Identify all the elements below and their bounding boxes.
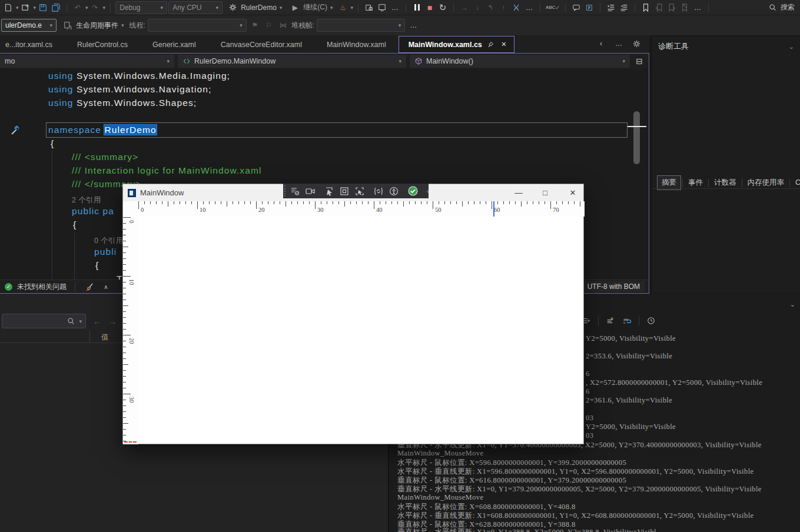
output-line[interactable]: 03 [586, 414, 593, 423]
tab-events[interactable]: 事件 [684, 176, 707, 189]
tab-canvasecoreeditor-xaml[interactable]: CanvaseCoreEditor.xaml [208, 36, 314, 53]
step-back-icon[interactable]: ↰ [484, 2, 496, 14]
bookmark-icon[interactable] [640, 2, 652, 14]
timestamp-clock-icon[interactable] [645, 315, 657, 327]
add-item-dropdown[interactable]: ▾ [34, 5, 36, 11]
add-item-icon[interactable] [20, 2, 32, 14]
quick-actions-screwdriver-icon[interactable] [9, 125, 21, 137]
diagnostic-tools-header[interactable]: 诊断工具 ⌄ [652, 36, 800, 56]
bookmarks-overflow-icon[interactable]: … [692, 2, 703, 14]
live-preview-icon[interactable] [376, 2, 388, 14]
code-line[interactable]: /// <summary> [72, 151, 138, 164]
tab-scroll-left-icon[interactable]: ‹ [595, 38, 607, 49]
status-expand-chevron-icon[interactable]: ∧ [100, 281, 112, 292]
dna-icon[interactable] [510, 2, 522, 14]
redo-icon[interactable]: ↷ [89, 2, 101, 14]
browse-search-icon[interactable] [363, 2, 375, 14]
spellcheck-icon[interactable]: ABC✓ [545, 2, 560, 14]
redo-dropdown[interactable]: ▾ [103, 5, 106, 11]
restart-icon[interactable]: ↻ [437, 2, 449, 14]
code-line[interactable]: public pa [72, 205, 114, 218]
output-collapse-chevron-icon[interactable]: ⌄ [790, 301, 795, 308]
step-over-icon[interactable]: ↓ [472, 2, 483, 14]
split-window-icon[interactable]: ⊟ [633, 55, 645, 67]
value-column-header[interactable]: 值 [101, 332, 109, 343]
type-dropdown[interactable]: RulerDemo.MainWindow▾ [178, 55, 406, 68]
output-line[interactable]: , X2=572.8000000000001, Y2=5000, Visibil… [586, 378, 762, 387]
tab-mainwindow-xaml-cs[interactable]: MainWindow.xaml.cs ✕ [399, 36, 514, 53]
code-cleanup-broom-icon[interactable] [84, 281, 95, 292]
flag-outline-icon[interactable]: ⚐ [263, 19, 275, 31]
code-line[interactable]: { [51, 137, 54, 150]
continue-button[interactable]: ▶ 继续(C)▾ [286, 1, 336, 14]
tab-memory-usage[interactable]: 内存使用率 [743, 176, 789, 189]
output-line[interactable]: MainWindow_MouseMove [397, 493, 483, 502]
word-wrap-icon[interactable]: abc [621, 315, 633, 327]
filter-threads-icon[interactable]: ⋈ [277, 19, 289, 31]
save-all-icon[interactable] [50, 2, 62, 14]
tab-rulercontrol-cs[interactable]: RulerControl.cs [65, 36, 140, 53]
clear-bookmarks-icon[interactable] [679, 2, 691, 14]
overlay-collapse-chevron-icon[interactable]: ‹ [421, 185, 435, 197]
debugbar-overflow-icon[interactable]: … [407, 19, 419, 31]
debug-overflow-icon[interactable]: … [523, 2, 535, 14]
editor-scrollbar-thumb[interactable] [633, 111, 640, 164]
toolbar-overflow-icon[interactable]: … [389, 2, 401, 14]
output-line[interactable]: MainWindow_MouseMove [397, 449, 483, 458]
decrease-indent-icon[interactable] [605, 2, 617, 14]
hot-reload-icon[interactable]: ♨ [337, 2, 349, 14]
hot-reload-dropdown[interactable]: ▾ [351, 5, 354, 11]
tab-generic-xaml[interactable]: Generic.xaml [140, 36, 208, 53]
undo-dropdown[interactable]: ▾ [85, 5, 88, 11]
flag-icon[interactable]: ⚑ [249, 19, 261, 31]
code-line[interactable]: using System.Windows.Navigation; [48, 83, 211, 96]
undo-icon[interactable]: ↶ [72, 2, 84, 14]
new-file-dropdown[interactable]: ▾ [16, 5, 19, 11]
issues-status-text[interactable]: 未找到相关问题 [17, 282, 67, 292]
encoding-indicator[interactable]: UTF-8 with BOM [582, 281, 645, 292]
code-line[interactable]: using System.Windows.Shapes; [48, 97, 197, 109]
minimize-button[interactable]: — [509, 184, 529, 201]
code-line[interactable]: using System.Windows.Media.Imaging; [48, 69, 230, 82]
step-into-icon[interactable]: → [459, 2, 470, 14]
search-options-chevron-icon[interactable]: ▾ [79, 318, 82, 324]
startup-project-button[interactable]: RulerDemo▾ [224, 1, 285, 14]
pin-icon[interactable] [487, 41, 495, 49]
stop-icon[interactable]: ■ [424, 2, 436, 14]
clear-all-icon[interactable] [605, 315, 616, 327]
accessibility-checker-icon[interactable] [387, 185, 401, 197]
prev-bookmark-icon[interactable] [653, 2, 665, 14]
code-line[interactable]: publi [94, 245, 117, 258]
next-bookmark-icon[interactable] [666, 2, 678, 14]
member-dropdown[interactable]: MainWindow()▾ [410, 55, 630, 68]
watch-search-input[interactable]: ▾ [2, 314, 86, 328]
output-line[interactable]: 6 [586, 370, 590, 378]
panel-collapse-chevron-icon[interactable]: ⌄ [789, 43, 794, 51]
debug-process-dropdown[interactable]: ulerDemo.e▾ [1, 19, 57, 32]
output-line[interactable]: 垂直标尺 - 水平线更新: X1=0, Y1=388.8, X2=5000, Y… [397, 527, 656, 532]
display-adorners-icon[interactable] [337, 185, 351, 197]
step-out-icon[interactable]: ↑ [497, 2, 509, 14]
tab-list-icon[interactable]: … [613, 38, 625, 49]
tab-cpu-usage[interactable]: CPU 使用率 [791, 176, 800, 189]
app-window-mainwindow[interactable]: MainWindow — □ ✕ 010203040506070 0102030 [122, 184, 584, 444]
code-line[interactable]: /// Interaction logic for MainWindow.xam… [72, 164, 262, 177]
select-element-cursor-icon[interactable] [322, 185, 336, 197]
close-button[interactable]: ✕ [563, 184, 583, 201]
increase-indent-icon[interactable] [618, 2, 630, 14]
save-icon[interactable] [37, 2, 49, 14]
stackframe-dropdown[interactable]: ▾ [317, 19, 405, 32]
code-line[interactable]: { [95, 259, 99, 272]
output-line[interactable]: 2=353.6, Visibility=Visible [586, 352, 672, 361]
output-line[interactable]: Y2=5000, Visibility=Visible [586, 423, 676, 431]
tab-counters[interactable]: 计数器 [710, 176, 741, 189]
lifecycle-events-button[interactable]: 生命周期事件▾ [59, 19, 127, 32]
tab-mainwindow-xaml[interactable]: MainWindow.xaml [314, 36, 399, 53]
run-diagnostics-check-icon[interactable] [406, 185, 420, 197]
code-line[interactable]: { [73, 218, 77, 231]
output-line[interactable]: Y2=5000, Visibility=Visible [586, 334, 676, 343]
tab-settings-gear-icon[interactable] [630, 38, 642, 49]
close-tab-icon[interactable]: ✕ [500, 41, 508, 49]
code-line[interactable]: T [117, 272, 123, 280]
new-file-icon[interactable] [2, 2, 14, 14]
